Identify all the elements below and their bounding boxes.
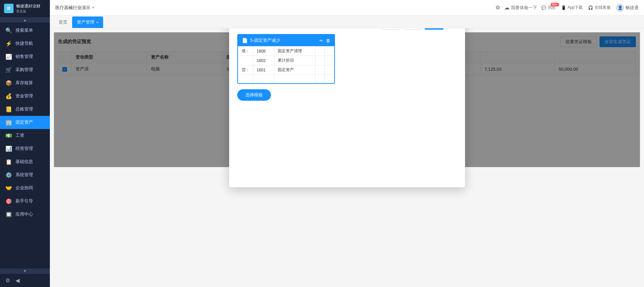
sidebar-item-label: 采购管理 [16, 67, 33, 73]
entry-debit-2 [315, 56, 325, 65]
customer-service-button[interactable]: 🎧 在线客服 [588, 5, 611, 10]
topbar-settings-icon[interactable]: ⚙ [495, 4, 500, 11]
empty-cell-5 [325, 75, 334, 83]
sidebar-item-basic-info[interactable]: 📋 基础信息 [0, 155, 50, 168]
app-download-label: App下载 [568, 5, 583, 10]
tab-close-icon[interactable]: × [96, 20, 98, 24]
sidebar-item-operations[interactable]: 📊 经营管理 [0, 142, 50, 155]
sidebar-item-app-center[interactable]: 🔲 应用中心 [0, 208, 50, 221]
sidebar-item-sales[interactable]: 📈 销售管理 [0, 50, 50, 63]
experience-label: 我要体验一下 [511, 5, 537, 11]
entry-credit-2 [325, 56, 334, 65]
empty-cell-3 [274, 75, 315, 83]
modal-dialog: 设置凭证模板 导入 导出 新增 ⤢ × 📄 5-固定资产减少 [229, 28, 465, 187]
messages-badge: 99+ [551, 3, 559, 6]
topbar-right: 💬 消息 99+ 📱 App下载 🎧 在线客服 👤 畅捷通 [541, 4, 639, 12]
sidebar-item-label: 应用中心 [16, 211, 33, 217]
sidebar-scroll-up[interactable]: ▲ [0, 18, 50, 23]
empty-cell-1 [238, 75, 253, 83]
modal-toolbar: 导入 导出 新增 [381, 28, 443, 30]
empty-cell-2 [253, 75, 274, 83]
sidebar-item-finance[interactable]: 💰 资金管理 [0, 90, 50, 103]
customer-service-label: 在线客服 [594, 5, 611, 10]
cloud-icon: ☁ [504, 4, 510, 11]
entry-credit-3 [325, 65, 334, 75]
download-icon: 📱 [561, 5, 566, 10]
entry-type-1: 借： [238, 46, 253, 56]
sales-icon: 📈 [5, 54, 12, 60]
user-avatar: 👤 [616, 4, 624, 12]
select-template-button[interactable]: 选择模板 [237, 89, 271, 101]
empty-cell-4 [315, 75, 325, 83]
tabbar: 首页 资产管理 × [50, 15, 644, 28]
edit-template-button[interactable]: ✏ [319, 38, 323, 43]
company-name: 医疗器械行业演示 [55, 5, 90, 11]
modal-overlay: 设置凭证模板 导入 导出 新增 ⤢ × 📄 5-固定资产减少 [54, 32, 640, 167]
delete-template-button[interactable]: 🗑 [326, 38, 330, 43]
edition-label: 普及版 [16, 9, 40, 14]
entry-code-2: 1602 [253, 56, 274, 65]
sidebar-item-label: 库存核算 [16, 80, 33, 86]
sidebar-footer: ⚙ ◀ [0, 274, 50, 287]
template-card: 📄 5-固定资产减少 ✏ 🗑 借： [237, 34, 335, 84]
sidebar-item-system[interactable]: ⚙️ 系统管理 [0, 168, 50, 182]
sidebar-item-quick-nav[interactable]: ⚡ 快捷导航 [0, 37, 50, 50]
sidebar-item-guide[interactable]: 🎯 新手引导 [0, 195, 50, 208]
enterprise-icon: 🤝 [5, 185, 12, 191]
system-icon: ⚙️ [5, 172, 12, 178]
entry-debit-3 [315, 65, 325, 75]
inventory-icon: 📦 [5, 80, 12, 86]
sidebar-header: 财 畅捷通好业财 普及版 [0, 0, 50, 18]
import-button[interactable]: 导入 [381, 28, 400, 30]
collapse-icon[interactable]: ◀ [16, 277, 20, 284]
messages-button[interactable]: 💬 消息 99+ [541, 5, 556, 10]
sidebar-item-label: 基础信息 [16, 159, 33, 165]
operations-icon: 📊 [5, 146, 12, 152]
new-template-button[interactable]: 新增 [425, 28, 443, 30]
sidebar-item-purchase[interactable]: 🛒 采购管理 [0, 63, 50, 76]
app-logo: 财 [4, 4, 13, 13]
tab-home[interactable]: 首页 [54, 17, 72, 28]
sidebar-item-label: 企业协同 [16, 185, 33, 191]
sidebar-item-payroll[interactable]: 💵 工资 [0, 129, 50, 142]
sidebar-item-label: 总账管理 [16, 106, 33, 112]
sidebar-item-search[interactable]: 🔍 搜索菜单 [0, 24, 50, 37]
search-icon: 🔍 [5, 27, 12, 34]
sidebar-item-label: 固定资产 [16, 119, 33, 125]
ledger-icon: 📒 [5, 106, 12, 113]
entry-name-3: 固定资产 [274, 65, 315, 75]
sidebar-item-label: 销售管理 [16, 54, 33, 60]
template-entry-row: 借： 1606 固定资产清理 [238, 46, 334, 56]
template-entry-row: 1602 累计折旧 [238, 56, 334, 65]
template-entries-table: 借： 1606 固定资产清理 1602 [238, 46, 334, 83]
tab-asset-mgmt[interactable]: 资产管理 × [72, 17, 103, 28]
sidebar-item-enterprise[interactable]: 🤝 企业协同 [0, 182, 50, 195]
company-selector[interactable]: 医疗器械行业演示 ▾ [55, 5, 491, 11]
service-icon: 🎧 [588, 5, 593, 10]
sidebar: 财 畅捷通好业财 普及版 ▲ 🔍 搜索菜单 ⚡ 快捷导航 📈 销售管理 🛒 采购… [0, 0, 50, 287]
sidebar-item-label: 搜索菜单 [16, 27, 33, 33]
template-name: 5-固定资产减少 [250, 37, 317, 43]
user-menu[interactable]: 👤 畅捷通 [616, 4, 639, 12]
topbar: 医疗器械行业演示 ▾ ⚙ ☁ 我要体验一下 💬 消息 99+ 📱 App下载 🎧… [50, 0, 644, 15]
app-center-icon: 🔲 [5, 211, 12, 218]
voucher-preview-section: 生成的凭证预览 批量凭证模板 全部生成凭证 变动类型 资产名称 固定资产原值 [54, 32, 640, 167]
sidebar-item-label: 系统管理 [16, 172, 33, 178]
template-card-header: 📄 5-固定资产减少 ✏ 🗑 [238, 35, 334, 46]
basic-info-icon: 📋 [5, 159, 12, 165]
template-entry-row: 贷： 1601 固定资产 [238, 65, 334, 75]
app-download-button[interactable]: 📱 App下载 [561, 5, 583, 10]
sidebar-item-ledger[interactable]: 📒 总账管理 [0, 103, 50, 116]
experience-button[interactable]: ☁ 我要体验一下 [504, 4, 537, 11]
template-entry-empty-row [238, 75, 334, 83]
export-button[interactable]: 导出 [403, 28, 422, 30]
username: 畅捷通 [625, 5, 639, 11]
settings-footer-icon[interactable]: ⚙ [5, 277, 10, 284]
sidebar-item-fixed-assets[interactable]: 🏢 固定资产 [0, 116, 50, 129]
entry-debit-1 [315, 46, 325, 56]
sidebar-item-inventory[interactable]: 📦 库存核算 [0, 76, 50, 90]
entry-code-1: 1606 [253, 46, 274, 56]
payroll-icon: 💵 [5, 132, 12, 139]
sidebar-scroll-down[interactable]: ▼ [0, 268, 50, 274]
tab-home-label: 首页 [59, 19, 67, 25]
